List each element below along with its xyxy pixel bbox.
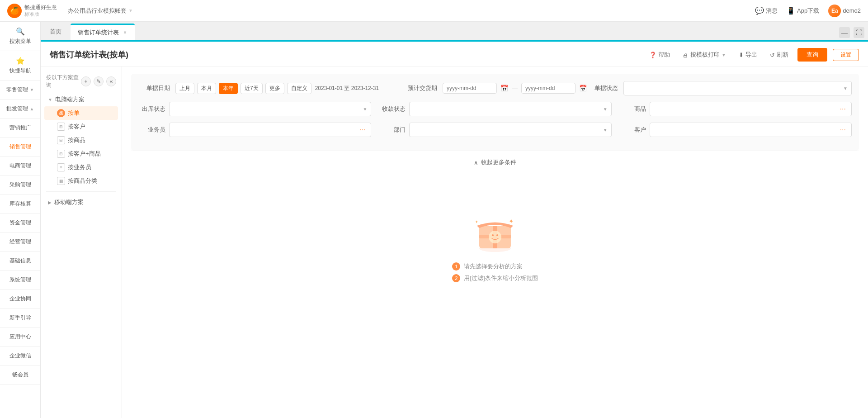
empty-hint-1-text: 请先选择要分析的方案 — [464, 262, 523, 271]
print-btn[interactable]: 🖨 按模板打印 ▼ — [679, 49, 730, 61]
sidebar-item-wholesale[interactable]: 批发管理 ▲ — [0, 100, 40, 119]
sidebar-item-operation[interactable]: 经营管理 — [0, 233, 40, 252]
sidebar-item-basic[interactable]: 基础信息 — [0, 252, 40, 271]
tab-bar: 首页 销售订单统计表 × — ⛶ — [41, 22, 868, 40]
sidebar-item-finance[interactable]: 资金管理 — [0, 214, 40, 233]
payment-select[interactable]: ▼ — [409, 102, 611, 116]
sidebar-item-purchase[interactable]: 采购管理 — [0, 176, 40, 195]
date-range-text: 2023-01-01 至 2023-12-31 — [315, 85, 379, 92]
sidebar-item-search[interactable]: 🔍 搜索菜单 — [0, 22, 40, 51]
salesman-select[interactable]: ··· — [169, 123, 371, 137]
sidebar-item-member[interactable]: 畅会员 — [0, 366, 40, 385]
salesman-dots-icon[interactable]: ··· — [358, 126, 367, 134]
sidebar-item-retail[interactable]: 零售管理 ▼ — [0, 81, 40, 100]
refresh-btn[interactable]: ↺ 刷新 — [766, 49, 792, 61]
collapse-chevron-icon: ∧ — [474, 159, 478, 166]
goods-dots-icon[interactable]: ··· — [838, 105, 848, 113]
delivery-label: 出库状态 — [138, 105, 165, 113]
forecast-start-input[interactable] — [443, 83, 497, 94]
sidebar-item-inventory[interactable]: 库存核算 — [0, 195, 40, 214]
app-name: 畅捷通好生意 — [24, 4, 57, 11]
date-shortcuts: 上月 本月 本年 近7天 更多 自定义 — [175, 83, 311, 94]
tab-sales-order[interactable]: 销售订单统计表 × — [71, 24, 135, 40]
edit-scheme-btn[interactable]: ✎ — [94, 76, 104, 86]
tree-item-by-category[interactable]: ▦ 按商品分类 — [44, 174, 118, 188]
tab-minimize-btn[interactable]: — — [839, 27, 850, 38]
date-btn-more[interactable]: 更多 — [265, 83, 284, 94]
cal-end-icon[interactable]: 📅 — [579, 85, 587, 92]
tree-item-label-customer: 按客户 — [68, 123, 85, 131]
tab-sales-label: 销售订单统计表 — [78, 28, 119, 37]
tab-maximize-btn[interactable]: ⛶ — [854, 27, 864, 38]
sidebar-item-sales[interactable]: 销售管理 — [0, 138, 40, 157]
delivery-select[interactable]: ▼ — [169, 102, 371, 116]
sidebar-item-system[interactable]: 系统管理 — [0, 271, 40, 290]
cal-start-icon[interactable]: 📅 — [500, 85, 508, 92]
username-label: demo2 — [843, 7, 861, 14]
tab-bar-actions: — ⛶ — [839, 27, 868, 40]
status-label: 单据状态 — [591, 84, 618, 92]
forecast-end-input[interactable] — [521, 83, 576, 94]
tree-item-by-salesman[interactable]: ≡ 按业务员 — [44, 161, 118, 174]
tree-item-by-order[interactable]: 按 按单 — [44, 106, 118, 120]
date-btn-this-month[interactable]: 本月 — [197, 83, 216, 94]
tree-item-by-goods[interactable]: ⊟ 按商品 — [44, 133, 118, 147]
settings-button[interactable]: 设置 — [833, 49, 859, 61]
panel-header-icons: + ✎ « — [81, 76, 116, 86]
user-area[interactable]: Ea demo2 — [828, 5, 861, 17]
message-btn[interactable]: 💬 消息 — [755, 6, 778, 15]
sidebar-item-ecom[interactable]: 电商管理 — [0, 157, 40, 176]
tree-parent-desktop[interactable]: ▼ 电脑端方案 — [44, 93, 118, 106]
by-customer-icon: ⊞ — [57, 123, 65, 131]
app-download-icon: 📱 — [787, 7, 795, 15]
section-divider — [46, 191, 116, 192]
customer-select[interactable]: ··· — [650, 123, 852, 137]
tab-close-btn[interactable]: × — [123, 28, 127, 37]
empty-hint-2-text: 用[过滤]条件来缩小分析范围 — [464, 274, 538, 282]
tree-mobile-label: 移动端方案 — [54, 198, 84, 206]
payment-label: 收款状态 — [378, 105, 406, 113]
tree-item-by-cust-goods[interactable]: ⊞ 按客户+商品 — [44, 147, 118, 161]
tree-parent-mobile[interactable]: ▶ 移动端方案 — [44, 195, 118, 209]
left-panel: 按以下方案查询 + ✎ « — [41, 66, 122, 418]
status-select[interactable]: ▼ — [623, 81, 852, 95]
sidebar-label-guide: 新手引导 — [9, 314, 31, 322]
query-button[interactable]: 查询 — [797, 48, 827, 62]
tree-item-by-customer[interactable]: ⊞ 按客户 — [44, 120, 118, 133]
sidebar-label-purchase: 采购管理 — [9, 181, 31, 189]
sidebar-item-collab[interactable]: 企业协同 — [0, 290, 40, 309]
tab-home[interactable]: 首页 — [41, 24, 71, 40]
svg-point-6 — [496, 234, 498, 236]
goods-cell: 商品 ··· — [619, 102, 852, 116]
dept-select[interactable]: ▼ — [409, 123, 611, 137]
breadcrumb[interactable]: 办公用品行业模拟账套 ▼ — [68, 7, 133, 15]
goods-select[interactable]: ··· — [650, 102, 852, 116]
collapse-scheme-btn[interactable]: « — [106, 76, 116, 86]
export-btn[interactable]: ⬇ 导出 — [735, 49, 761, 61]
date-btn-last-month[interactable]: 上月 — [175, 83, 194, 94]
date-btn-this-year[interactable]: 本年 — [219, 83, 238, 94]
sidebar-label-operation: 经营管理 — [9, 238, 31, 246]
filter-row-3: 业务员 ··· 部门 ▼ — [138, 123, 852, 137]
svg-point-5 — [492, 234, 494, 236]
date-btn-7days[interactable]: 近7天 — [241, 83, 263, 94]
export-label: 导出 — [745, 51, 757, 59]
date-btn-custom[interactable]: 自定义 — [287, 83, 311, 94]
sidebar-item-wechat[interactable]: 企业微信 — [0, 347, 40, 366]
wholesale-expand-icon: ▲ — [30, 106, 34, 111]
customer-dots-icon[interactable]: ··· — [838, 126, 848, 134]
sidebar-item-guide[interactable]: 新手引导 — [0, 309, 40, 328]
collapse-btn[interactable]: ∧ 收起更多条件 — [468, 157, 522, 168]
empty-text: 1 请先选择要分析的方案 2 用[过滤]条件来缩小分析范围 — [452, 262, 538, 282]
sidebar-item-marketing[interactable]: 营销推广 — [0, 119, 40, 138]
add-scheme-btn[interactable]: + — [81, 76, 91, 86]
page-actions: ❓ 帮助 🖨 按模板打印 ▼ ⬇ 导出 ↺ 刷新 — [646, 48, 859, 62]
app-download-btn[interactable]: 📱 App下载 — [787, 7, 819, 15]
sidebar-item-appcenter[interactable]: 应用中心 — [0, 328, 40, 347]
sidebar-label-basic: 基础信息 — [9, 257, 31, 265]
collapse-row: ∧ 收起更多条件 — [131, 151, 859, 174]
tree-item-label-cust-goods: 按客户+商品 — [68, 150, 101, 158]
tab-home-label: 首页 — [50, 28, 61, 36]
help-btn[interactable]: ❓ 帮助 — [646, 49, 674, 61]
sidebar-item-nav[interactable]: ⭐ 快捷导航 — [0, 51, 40, 81]
